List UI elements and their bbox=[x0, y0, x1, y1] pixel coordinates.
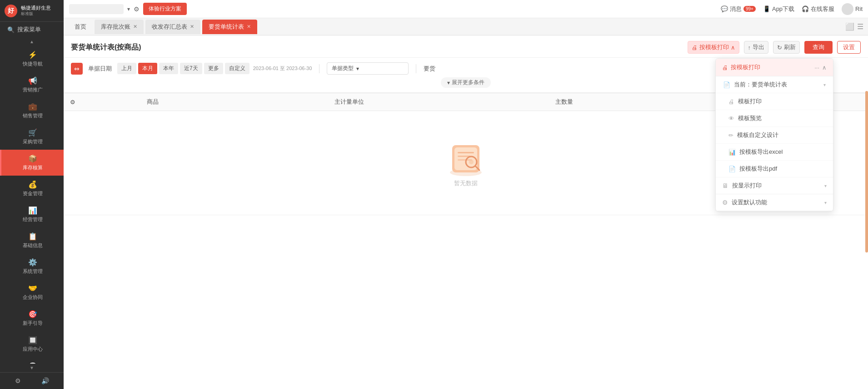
sidebar-item-system[interactable]: ⚙️ 系统管理 bbox=[0, 253, 64, 279]
tab-inventory-batch[interactable]: 库存批次账 ✕ bbox=[95, 20, 144, 34]
col-gear[interactable]: ⚙ bbox=[64, 93, 82, 111]
sidebar-item-apps[interactable]: 🔲 应用中心 bbox=[0, 331, 64, 357]
display-print-label: 按显示打印 bbox=[732, 182, 762, 190]
dropdown-export-excel[interactable]: 📊 按模板导出excel bbox=[716, 144, 833, 161]
refresh-btn[interactable]: ↻ 刷新 bbox=[773, 41, 800, 54]
dropdown-preview-template[interactable]: 👁 模板预览 bbox=[716, 110, 833, 127]
print-chevron-up: ∧ bbox=[731, 44, 735, 51]
tab-receivable-summary[interactable]: 收发存汇总表 ✕ bbox=[145, 20, 200, 34]
settings-btn[interactable]: 设置 bbox=[837, 41, 861, 54]
messages-btn[interactable]: 💬 消息 99+ bbox=[721, 5, 756, 13]
current-chevron: ▾ bbox=[823, 82, 826, 87]
page-header: 要货单统计表(按商品) 🖨 按模板打印 ∧ ↑ 导出 ↻ 刷新 查询 设置 bbox=[64, 35, 868, 58]
display-print-arrow: ▾ bbox=[824, 183, 827, 188]
refresh-label: 刷新 bbox=[784, 43, 796, 51]
user-avatar-area[interactable]: Rit bbox=[842, 3, 863, 15]
order-type-select[interactable]: 单据类型 ▾ bbox=[327, 62, 409, 75]
tab-order-stat[interactable]: 要货单统计表 ✕ bbox=[202, 20, 257, 34]
tab-receivable-summary-close[interactable]: ✕ bbox=[190, 24, 194, 30]
expand-more-btn[interactable]: ▾ 展开更多条件 bbox=[441, 77, 491, 88]
sidebar-item-operation[interactable]: 📊 经营管理 bbox=[0, 202, 64, 227]
custom-date-btn[interactable]: 自定义 bbox=[225, 63, 249, 74]
search-menu-label: 搜索菜单 bbox=[17, 25, 41, 34]
top-search-input[interactable] bbox=[69, 4, 124, 14]
sidebar-label-enterprise: 企业协同 bbox=[23, 294, 43, 301]
tab-receivable-summary-label: 收发存汇总表 bbox=[152, 23, 187, 31]
resize-handle[interactable] bbox=[865, 91, 868, 253]
set-default-label: 设置默认功能 bbox=[732, 198, 767, 207]
dropdown-set-default[interactable]: ⚙ 设置默认功能 ▾ bbox=[716, 194, 833, 211]
order-type-label: 单据类型 bbox=[332, 65, 354, 72]
search-dropdown-arrow[interactable]: ▾ bbox=[127, 6, 130, 12]
volume-btn[interactable]: 🔊 bbox=[41, 377, 49, 384]
table-gear-icon[interactable]: ⚙ bbox=[70, 99, 75, 106]
current-year-btn[interactable]: 本年 bbox=[159, 63, 178, 74]
operation-icon: 📊 bbox=[28, 206, 37, 215]
dropdown-export-pdf[interactable]: 📄 按模板导出pdf bbox=[716, 161, 833, 177]
expand-arrows-icon: ⇔ bbox=[74, 65, 80, 72]
last-7days-btn[interactable]: 近7天 bbox=[180, 63, 202, 74]
sidebar-label-newguide: 新手引导 bbox=[23, 320, 43, 327]
logo-icon: 好 bbox=[5, 5, 17, 17]
sidebar-item-quick-nav[interactable]: ⚡ 快捷导航 bbox=[0, 46, 64, 72]
app-badge: 标准版 bbox=[21, 11, 51, 17]
sidebar-item-inventory[interactable]: 📦 库存核算 bbox=[0, 150, 64, 176]
sidebar-scroll-up[interactable]: ▲ bbox=[0, 37, 64, 46]
print-template-btn[interactable]: 🖨 按模板打印 ∧ bbox=[688, 41, 739, 54]
messages-label: 消息 bbox=[730, 5, 742, 13]
sidebar-item-newguide[interactable]: 🎯 新手引导 bbox=[0, 305, 64, 331]
tab-home[interactable]: 首页 bbox=[68, 20, 93, 34]
prev-month-btn[interactable]: 上月 bbox=[117, 63, 136, 74]
sidebar-item-purchase[interactable]: 🛒 采购管理 bbox=[0, 124, 64, 150]
sidebar-label-apps: 应用中心 bbox=[23, 346, 43, 353]
tab-order-stat-label: 要货单统计表 bbox=[209, 23, 244, 31]
search-menu-btn[interactable]: 🔍 搜索菜单 bbox=[0, 22, 64, 37]
tab-more-icon[interactable]: ☰ bbox=[857, 22, 863, 31]
sidebar-item-finance[interactable]: 💰 资金管理 bbox=[0, 176, 64, 202]
dropdown-close-icon[interactable]: ∧ bbox=[822, 64, 827, 71]
online-service-btn[interactable]: 🎧 在线客服 bbox=[802, 5, 834, 13]
dropdown-print-icon: 🖨 bbox=[722, 64, 728, 71]
more-date-btn[interactable]: 更多 bbox=[204, 63, 223, 74]
user-avatar bbox=[842, 3, 853, 15]
yh-label: 要货 bbox=[424, 65, 435, 73]
col-product: 商品 bbox=[82, 93, 223, 111]
sidebar-item-wechat[interactable]: 💬 企业微信 bbox=[0, 357, 64, 364]
sidebar-scroll-down[interactable]: ▼ bbox=[0, 364, 64, 372]
top-bar-left: ▾ ⚙ 体验行业方案 bbox=[69, 3, 187, 15]
top-gear-icon[interactable]: ⚙ bbox=[134, 5, 140, 13]
sidebar-item-sales[interactable]: 💼 销售管理 bbox=[0, 98, 64, 124]
sidebar-item-marketing[interactable]: 📢 营销推广 bbox=[0, 72, 64, 98]
filter-expand-icon[interactable]: ⇔ bbox=[71, 63, 83, 75]
print-template-label: 按模板打印 bbox=[699, 43, 729, 51]
trial-btn[interactable]: 体验行业方案 bbox=[143, 3, 187, 15]
set-default-arrow: ▾ bbox=[824, 200, 827, 205]
dropdown-close-area[interactable]: ··· ∧ bbox=[814, 64, 827, 71]
date-range-text: 2023-06-01 至 2023-06-30 bbox=[253, 65, 312, 72]
messages-icon: 💬 bbox=[721, 5, 728, 12]
dropdown-current-item[interactable]: 📄 当前：要货单统计表 ▾ bbox=[716, 76, 833, 93]
dropdown-display-print[interactable]: 🖥 按显示打印 ▾ bbox=[716, 177, 833, 194]
sidebar-label-quick-nav: 快捷导航 bbox=[23, 61, 43, 67]
settings-btn[interactable]: ⚙ bbox=[15, 377, 21, 384]
app-download-btn[interactable]: 📱 App下载 bbox=[763, 5, 794, 13]
sidebar-item-enterprise[interactable]: 🤝 企业协同 bbox=[0, 279, 64, 305]
dropdown-print-template[interactable]: 🖨 模板打印 bbox=[716, 93, 833, 110]
top-bar: ▾ ⚙ 体验行业方案 💬 消息 99+ 📱 App下载 🎧 在线客服 Rit bbox=[64, 0, 868, 18]
tab-inventory-batch-close[interactable]: ✕ bbox=[133, 24, 137, 30]
set-default-left: ⚙ 设置默认功能 bbox=[722, 198, 767, 207]
dropdown-custom-design[interactable]: ✏ 模板自定义设计 bbox=[716, 127, 833, 144]
app-download-label: App下载 bbox=[772, 5, 794, 13]
dropdown-header-left: 🖨 按模板打印 bbox=[722, 63, 760, 71]
filter-divider bbox=[319, 64, 319, 73]
custom-design-label: 模板自定义设计 bbox=[737, 131, 778, 139]
purchase-icon: 🛒 bbox=[28, 128, 37, 137]
refresh-icon: ↻ bbox=[777, 44, 782, 51]
current-month-btn[interactable]: 本月 bbox=[138, 63, 157, 74]
sidebar-item-basic[interactable]: 📋 基础信息 bbox=[0, 227, 64, 253]
export-btn[interactable]: ↑ 导出 bbox=[744, 41, 769, 54]
query-btn[interactable]: 查询 bbox=[804, 41, 833, 54]
maximize-icon[interactable]: ⬜ bbox=[845, 22, 854, 31]
tab-order-stat-close[interactable]: ✕ bbox=[247, 24, 251, 30]
print-dropdown-menu: 🖨 按模板打印 ··· ∧ 📄 当前：要货单统计表 bbox=[715, 58, 833, 212]
